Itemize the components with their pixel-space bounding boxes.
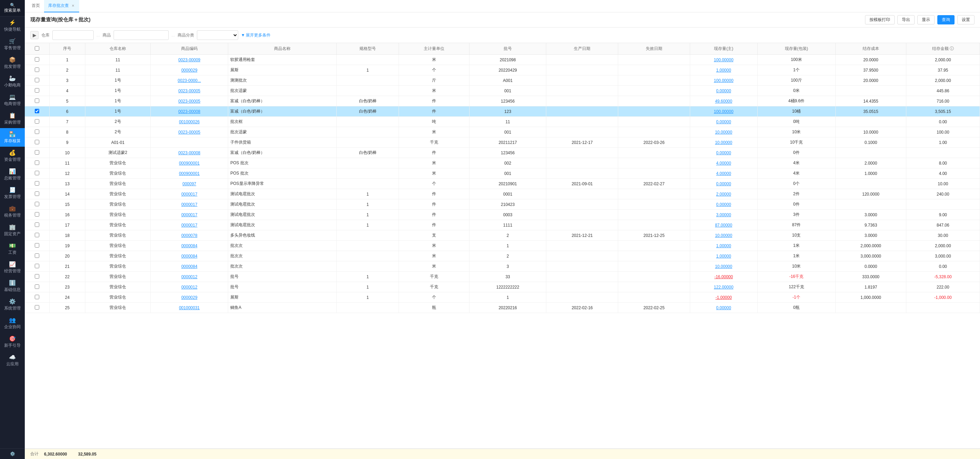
sidebar-item-快捷导航[interactable]: ⚡快捷导航 xyxy=(0,16,25,35)
row-qty-main[interactable]: 10.00000 xyxy=(690,230,757,241)
sidebar-item-系统管理[interactable]: ⚙️系统管理 xyxy=(0,295,25,314)
sidebar-item-总账管理[interactable]: 📊总账管理 xyxy=(0,165,25,184)
display-button[interactable]: 显示 xyxy=(917,15,935,24)
row-checkbox[interactable] xyxy=(25,303,49,313)
row-qty-main[interactable]: 87.00000 xyxy=(690,220,757,230)
sidebar-item-库存核算[interactable]: 🏪库存核算 xyxy=(0,128,25,147)
table-row[interactable]: 9 A01-01 子件供货箱 千克 20211217 2021-12-17 20… xyxy=(25,137,980,148)
table-row[interactable]: 6 1号 0023-00008 富减（白色/奶棒） 白色/奶棒 件 123 10… xyxy=(25,107,980,117)
row-code[interactable]: 000900001 xyxy=(150,158,228,168)
row-code[interactable]: 000900001 xyxy=(150,168,228,179)
row-qty-main[interactable]: 4.00000 xyxy=(690,168,757,179)
row-checkbox[interactable] xyxy=(25,107,49,117)
product-input[interactable] xyxy=(114,30,169,40)
row-qty-main[interactable]: 0.00000 xyxy=(690,148,757,158)
table-row[interactable]: 13 营业综仓 000097 POS显示率降异常 个 20210901 2021… xyxy=(25,179,980,189)
row-checkbox[interactable] xyxy=(25,199,49,210)
row-qty-main[interactable]: 100.00000 xyxy=(690,75,757,86)
row-code[interactable]: 0000078 xyxy=(150,230,228,241)
row-qty-main[interactable]: 0.00000 xyxy=(690,86,757,96)
row-code[interactable]: 0000029 xyxy=(150,65,228,75)
sidebar-settings[interactable]: ⚙️ xyxy=(0,449,25,459)
row-code[interactable]: 0000017 xyxy=(150,189,228,199)
row-checkbox[interactable] xyxy=(25,117,49,127)
row-qty-main[interactable]: 0.00000 xyxy=(690,179,757,189)
row-checkbox[interactable] xyxy=(25,292,49,303)
table-row[interactable]: 24 营业综仓 0000029 展斯 1 个 1 -1.00000 -1个 1,… xyxy=(25,292,980,303)
row-qty-main[interactable]: 3.00000 xyxy=(690,210,757,220)
table-row[interactable]: 20 营业综仓 0000084 批次次 米 2 1.00000 1米 3,000… xyxy=(25,251,980,261)
row-code[interactable]: 0023-00005 xyxy=(150,127,228,137)
row-checkbox[interactable] xyxy=(25,261,49,272)
row-qty-main[interactable]: 0.00000 xyxy=(690,117,757,127)
table-row[interactable]: 17 营业综仓 0000017 测试电雹批次 1 件 1111 87.00000… xyxy=(25,220,980,230)
expand-filter-btn[interactable]: ▼ 展开更多条件 xyxy=(241,32,270,38)
query-button[interactable]: 查询 xyxy=(937,15,955,24)
row-code[interactable]: 0023-00005 xyxy=(150,96,228,107)
row-code[interactable]: 0000017 xyxy=(150,220,228,230)
row-code[interactable]: 0000029 xyxy=(150,292,228,303)
row-checkbox[interactable] xyxy=(25,282,49,292)
sidebar-item-采购管理[interactable]: 📋采购管理 xyxy=(0,110,25,128)
table-row[interactable]: 5 1号 0023-00005 富减（白色/奶棒） 白色/奶棒 件 123456… xyxy=(25,96,980,107)
table-row[interactable]: 14 营业综仓 0000017 测试电雹批次 1 件 0001 2.00000 … xyxy=(25,189,980,199)
row-code[interactable]: 0000012 xyxy=(150,282,228,292)
row-qty-main[interactable]: 1.00000 xyxy=(690,241,757,251)
row-code[interactable]: 0000017 xyxy=(150,210,228,220)
table-row[interactable]: 11 营业综仓 000900001 POS 批次 米 002 4.00000 4… xyxy=(25,158,980,168)
tab-inventory-batch[interactable]: 库存批次查 ✕ xyxy=(44,0,79,13)
sidebar-item-工资[interactable]: 💵工资 xyxy=(0,240,25,258)
sidebar-item-电商管理[interactable]: 💻电商管理 xyxy=(0,91,25,110)
tab-close-icon[interactable]: ✕ xyxy=(71,4,75,8)
print-button[interactable]: 按模板打印 xyxy=(865,15,895,24)
table-row[interactable]: 7 2号 001000026 批次框 吨 11 0.00000 0吨 0.00 xyxy=(25,117,980,127)
table-row[interactable]: 1 11 0023-00009 软胶通用枪套 米 2021098 100.000… xyxy=(25,55,980,65)
table-row[interactable]: 25 营业综仓 001000031 鲷鱼A 瓶 20220216 2022-02… xyxy=(25,303,980,313)
row-qty-main[interactable]: 2.00000 xyxy=(690,189,757,199)
table-row[interactable]: 18 营业综仓 0000078 多头异色妆线 支 2 2021-12-21 20… xyxy=(25,230,980,241)
row-checkbox[interactable] xyxy=(25,127,49,137)
row-checkbox[interactable] xyxy=(25,251,49,261)
row-qty-main[interactable]: 100.00000 xyxy=(690,55,757,65)
table-row[interactable]: 21 营业综仓 0000084 批次次 米 3 10.00000 10米 0.0… xyxy=(25,261,980,272)
row-checkbox[interactable] xyxy=(25,158,49,168)
row-checkbox[interactable] xyxy=(25,96,49,107)
category-select[interactable] xyxy=(197,30,238,40)
table-row[interactable]: 3 1号 0023-0000... 测测批次 斤 A001 100.00000 … xyxy=(25,75,980,86)
row-code[interactable]: 0023-00005 xyxy=(150,86,228,96)
row-checkbox[interactable] xyxy=(25,230,49,241)
table-row[interactable]: 15 营业综仓 0000017 测试电雹批次 1 件 210423 0.0000… xyxy=(25,199,980,210)
row-code[interactable]: 001000031 xyxy=(150,303,228,313)
row-qty-main[interactable]: 1.00000 xyxy=(690,65,757,75)
row-checkbox[interactable] xyxy=(25,168,49,179)
row-code[interactable]: 0000084 xyxy=(150,261,228,272)
row-checkbox[interactable] xyxy=(25,241,49,251)
table-row[interactable]: 23 营业综仓 0000012 批号 1 千克 1222222222 122.0… xyxy=(25,282,980,292)
table-row[interactable]: 22 营业综仓 0000012 批号 1 千克 33 -16.00000 -16… xyxy=(25,272,980,282)
settings-button[interactable]: 设置 xyxy=(957,15,975,24)
row-code[interactable]: 000097 xyxy=(150,179,228,189)
row-checkbox[interactable] xyxy=(25,86,49,96)
sidebar-item-税务管理[interactable]: 💼税务管理 xyxy=(0,202,25,221)
row-qty-main[interactable]: 10.00000 xyxy=(690,261,757,272)
sidebar-item-新手引导[interactable]: 🎯新手引导 xyxy=(0,333,25,351)
row-code[interactable]: 0023-00009 xyxy=(150,55,228,65)
row-qty-main[interactable]: 49.60000 xyxy=(690,96,757,107)
row-checkbox[interactable] xyxy=(25,148,49,158)
sidebar-item-零售管理[interactable]: 🛒零售管理 xyxy=(0,35,25,54)
row-code[interactable]: 0000084 xyxy=(150,251,228,261)
export-button[interactable]: 导出 xyxy=(897,15,915,24)
nav-prev-btn[interactable]: ▶ xyxy=(30,31,38,39)
sidebar-item-发票管理[interactable]: 🧾发票管理 xyxy=(0,184,25,202)
row-qty-main[interactable]: -1.00000 xyxy=(690,292,757,303)
row-code[interactable]: 0023-0000... xyxy=(150,75,228,86)
row-code[interactable] xyxy=(150,137,228,148)
row-qty-main[interactable]: 10.00000 xyxy=(690,127,757,137)
row-qty-main[interactable]: -16.00000 xyxy=(690,272,757,282)
table-row[interactable]: 10 测试适蒙2 0023-00008 富减（白色/奶棒） 白色/奶棒 件 12… xyxy=(25,148,980,158)
row-code[interactable]: 0023-00008 xyxy=(150,107,228,117)
row-checkbox[interactable] xyxy=(25,220,49,230)
sidebar-item-小鹅电商[interactable]: 🦢小鹅电商 xyxy=(0,72,25,91)
table-row[interactable]: 4 1号 0023-00005 批次适蒙 米 001 0.00000 0米 44… xyxy=(25,86,980,96)
table-row[interactable]: 2 11 0000029 展斯 1 个 20220429 1.00000 1个 … xyxy=(25,65,980,75)
